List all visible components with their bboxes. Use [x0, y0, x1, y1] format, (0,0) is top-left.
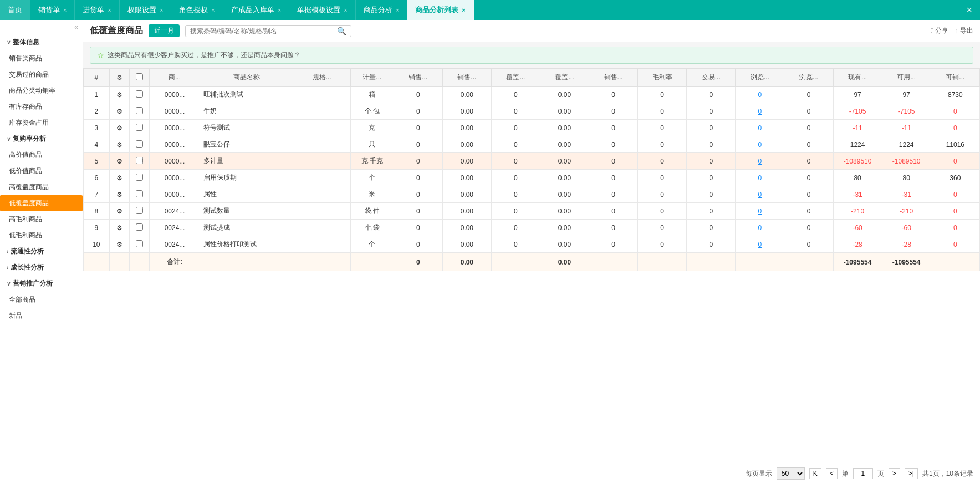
row-browse1[interactable]: 0	[736, 103, 784, 120]
sidebar-section-growth[interactable]: › 成长性分析	[0, 260, 83, 276]
last-page-button[interactable]: >|	[905, 468, 918, 479]
row-checkbox[interactable]	[129, 203, 149, 220]
close-icon[interactable]: ×	[211, 7, 215, 13]
row-settings[interactable]: ⚙	[109, 186, 129, 203]
row-checkbox[interactable]	[129, 120, 149, 136]
col-checkbox[interactable]	[129, 69, 149, 87]
row-name[interactable]: 旺辅批次测试	[200, 87, 293, 103]
row-name[interactable]: 测试提成	[200, 220, 293, 236]
nav-sales-order[interactable]: 销货单 ×	[30, 0, 75, 20]
row-stock-sell: 0	[931, 203, 979, 220]
nav-role-auth[interactable]: 角色授权 ×	[171, 0, 223, 20]
sidebar-item-high-value[interactable]: 高价值商品	[0, 147, 83, 163]
totals-row: 合计: 0 0.00 0.00 -1095554 -1095554	[84, 253, 980, 271]
close-icon[interactable]: ×	[396, 7, 399, 13]
sidebar-item-all-goods[interactable]: 全部商品	[0, 292, 83, 308]
close-icon[interactable]: ×	[462, 7, 465, 13]
nav-product-analysis[interactable]: 商品分析 ×	[356, 0, 407, 20]
row-browse1[interactable]: 0	[736, 220, 784, 236]
sidebar-item-low-profit[interactable]: 低毛利商品	[0, 227, 83, 243]
data-table-container[interactable]: # ⚙ 商... 商品名称 规格... 计量... 销售... 销售... 覆盖…	[83, 68, 980, 464]
share-button[interactable]: ⤴ 分享	[930, 26, 948, 35]
row-settings[interactable]: ⚙	[109, 136, 129, 153]
row-browse1[interactable]: 0	[736, 170, 784, 186]
nav-home[interactable]: 首页	[0, 0, 30, 20]
sidebar-item-category-rate[interactable]: 商品分类动销率	[0, 83, 83, 99]
row-checkbox[interactable]	[129, 136, 149, 153]
sidebar-item-high-profit[interactable]: 高毛利商品	[0, 211, 83, 227]
row-settings[interactable]: ⚙	[109, 87, 129, 103]
row-name[interactable]: 属性价格打印测试	[200, 236, 293, 253]
nav-template-settings[interactable]: 单据模板设置 ×	[289, 0, 355, 20]
row-settings[interactable]: ⚙	[109, 203, 129, 220]
nav-permission-settings[interactable]: 权限设置 ×	[120, 0, 171, 20]
per-page-select[interactable]: 50 20 100	[777, 467, 805, 480]
close-icon[interactable]: ×	[344, 7, 347, 13]
search-input[interactable]	[190, 27, 337, 35]
sidebar-item-stock-goods[interactable]: 有库存商品	[0, 99, 83, 115]
sidebar-item-stock-capital[interactable]: 库存资金占用	[0, 115, 83, 131]
row-settings[interactable]: ⚙	[109, 170, 129, 186]
row-checkbox[interactable]	[129, 87, 149, 103]
time-filter-button[interactable]: 近一月	[149, 24, 180, 37]
sidebar-collapse-button[interactable]: «	[0, 20, 83, 34]
row-checkbox[interactable]	[129, 186, 149, 203]
row-checkbox[interactable]	[129, 103, 149, 120]
row-browse1[interactable]: 0	[736, 120, 784, 136]
nav-purchase-order[interactable]: 进货单 ×	[75, 0, 119, 20]
row-settings[interactable]: ⚙	[109, 153, 129, 170]
row-browse1[interactable]: 0	[736, 153, 784, 170]
next-page-button[interactable]: >	[889, 468, 900, 479]
first-page-button[interactable]: K	[809, 468, 821, 479]
row-browse1[interactable]: 0	[736, 203, 784, 220]
row-checkbox[interactable]	[129, 153, 149, 170]
col-settings[interactable]: ⚙	[109, 69, 129, 87]
sidebar-item-low-value[interactable]: 低价值商品	[0, 163, 83, 179]
totals-stock-avail: -1095554	[882, 253, 931, 271]
row-browse1[interactable]: 0	[736, 136, 784, 153]
col-product-name: 商品名称	[200, 69, 293, 87]
select-all-checkbox[interactable]	[136, 73, 143, 80]
nav-product-warehouse[interactable]: 产成品入库单 ×	[223, 0, 289, 20]
row-settings[interactable]: ⚙	[109, 236, 129, 253]
close-icon[interactable]: ×	[108, 7, 111, 13]
row-browse1[interactable]: 0	[736, 236, 784, 253]
totals-empty9	[687, 253, 736, 271]
window-close-button[interactable]: ×	[958, 4, 980, 16]
row-browse1[interactable]: 0	[736, 186, 784, 203]
close-icon[interactable]: ×	[278, 7, 281, 13]
sidebar-section-flow[interactable]: › 流通性分析	[0, 243, 83, 260]
export-button[interactable]: ↑ 导出	[955, 26, 973, 35]
sidebar-section-coverage: ∨ 复购率分析	[0, 131, 83, 147]
row-checkbox[interactable]	[129, 220, 149, 236]
close-icon[interactable]: ×	[63, 7, 67, 13]
close-icon[interactable]: ×	[160, 7, 163, 13]
row-checkbox[interactable]	[129, 236, 149, 253]
prev-page-button[interactable]: <	[826, 468, 838, 479]
sidebar-item-high-coverage[interactable]: 高覆盖度商品	[0, 179, 83, 195]
row-spec	[293, 236, 351, 253]
table-row: 7 ⚙ 0000... 属性 米 0 0.00 0 0.00 0 0 0 0 0…	[84, 186, 980, 203]
nav-product-analysis-list[interactable]: 商品分析列表 ×	[407, 0, 473, 20]
row-sales-d: 0	[589, 120, 638, 136]
col-product-code[interactable]: 商...	[150, 69, 200, 87]
sidebar-item-sales-goods[interactable]: 销售类商品	[0, 50, 83, 67]
row-name[interactable]: 属性	[200, 186, 293, 203]
sidebar-item-traded-goods[interactable]: 交易过的商品	[0, 67, 83, 83]
row-browse1[interactable]: 0	[736, 87, 784, 103]
row-stock-sell: 0	[931, 186, 979, 203]
row-settings[interactable]: ⚙	[109, 103, 129, 120]
row-name[interactable]: 符号测试	[200, 120, 293, 136]
row-checkbox[interactable]	[129, 170, 149, 186]
row-name[interactable]: 眼宝公仔	[200, 136, 293, 153]
sidebar-item-new-goods[interactable]: 新品	[0, 308, 83, 324]
row-name[interactable]: 测试数量	[200, 203, 293, 220]
row-settings[interactable]: ⚙	[109, 120, 129, 136]
row-name[interactable]: 启用保质期	[200, 170, 293, 186]
page-input[interactable]	[853, 468, 873, 479]
row-name[interactable]: 多计量	[200, 153, 293, 170]
row-stock-curr: 1224	[833, 136, 882, 153]
sidebar-item-low-coverage[interactable]: 低覆盖度商品	[0, 195, 83, 211]
row-settings[interactable]: ⚙	[109, 220, 129, 236]
row-name[interactable]: 牛奶	[200, 103, 293, 120]
